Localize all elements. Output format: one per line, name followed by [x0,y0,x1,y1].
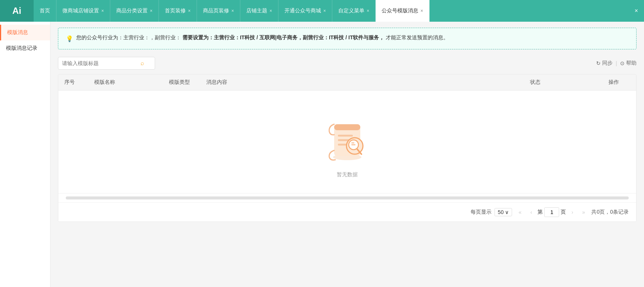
search-bar: ⌕ ↻ 同步 | ⊙ 帮助 [58,57,637,70]
sync-icon: ↻ [596,60,601,66]
search-actions: ↻ 同步 | ⊙ 帮助 [596,60,637,67]
main-content: 💡 您的公众号行业为：主营行业：，副营行业： 需要设置为：主营行业：IT科技 /… [50,22,644,287]
alert-icon: 💡 [66,34,73,44]
nav-tab-template-msg[interactable]: 公众号模版消息 × [376,0,429,22]
col-header-action: 操作 [591,74,636,90]
nav-tab-home[interactable]: 首页 [34,0,56,22]
nav-tab-wechat-shop[interactable]: 微商城店铺设置 × [56,0,110,22]
col-header-name: 模版名称 [88,74,163,90]
page-number-input[interactable] [544,207,559,217]
nav-tab-custom-menu[interactable]: 自定义菜单 × [332,0,376,22]
horizontal-scrollbar[interactable] [66,196,629,199]
sidebar: 模版消息模版消息记录 [0,22,50,287]
nav-tabs: 首页微商城店铺设置 ×商品分类设置 ×首页装修 ×商品页装修 ×店铺主题 ×开通… [34,0,629,22]
empty-illustration [321,113,373,165]
prev-page-button[interactable]: ‹ [526,207,536,217]
table-header: 序号 模版名称 模版类型 消息内容 状态 操作 [58,74,636,91]
nav-tab-product-page[interactable]: 商品页装修 × [197,0,240,22]
svg-rect-2 [334,124,360,130]
search-input[interactable] [62,60,141,66]
close-all-button[interactable]: × [629,0,644,22]
col-header-type: 模版类型 [163,74,200,90]
sidebar-item-template-msg[interactable]: 模版消息 [0,25,50,40]
close-tab-open-mall[interactable]: × [323,8,326,13]
sidebar-item-template-log[interactable]: 模版消息记录 [0,40,50,56]
nav-tab-product-category[interactable]: 商品分类设置 × [110,0,159,22]
alert-banner: 💡 您的公众号行业为：主营行业：，副营行业： 需要设置为：主营行业：IT科技 /… [58,28,637,49]
close-tab-wechat-shop[interactable]: × [101,8,104,13]
col-header-seq: 序号 [58,74,88,90]
page-size-label: 每页显示 [471,209,492,216]
page-nav: « ‹ 第 页 › » [515,207,588,217]
alert-text: 您的公众号行业为：主营行业：，副营行业： 需要设置为：主营行业：IT科技 / 互… [76,33,449,42]
page-suffix: 页 [561,209,566,216]
close-tab-custom-menu[interactable]: × [367,8,369,13]
page-prefix: 第 [537,209,543,216]
top-nav: Ai 首页微商城店铺设置 ×商品分类设置 ×首页装修 ×商品页装修 ×店铺主题 … [0,0,644,22]
data-table: 序号 模版名称 模版类型 消息内容 状态 操作 [58,74,637,222]
nav-tab-home-decor[interactable]: 首页装修 × [159,0,197,22]
scroll-bar-area [58,193,636,202]
col-header-status: 状态 [524,74,591,90]
help-button[interactable]: ⊙ 帮助 [620,60,637,67]
close-tab-shop-theme[interactable]: × [269,8,272,13]
close-tab-product-page[interactable]: × [231,8,234,13]
sync-button[interactable]: ↻ 同步 [596,60,613,67]
chevron-down-icon: ∨ [505,209,509,215]
col-header-content: 消息内容 [200,74,524,90]
close-tab-home-decor[interactable]: × [188,8,191,13]
pagination: 每页显示 50 ∨ « ‹ 第 页 › » 共0页，0条记录 [58,202,636,222]
last-page-button[interactable]: » [579,207,588,217]
page-size-select[interactable]: 50 ∨ [494,208,512,216]
close-tab-product-category[interactable]: × [150,8,152,13]
nav-tab-open-mall[interactable]: 开通公众号商城 × [278,0,332,22]
help-icon: ⊙ [620,60,625,66]
app-logo: Ai [0,0,34,22]
alert-highlight: 需要设置为：主营行业：IT科技 / 互联网|电子商务，副营行业：IT科技 / I… [182,34,385,40]
close-tab-template-msg[interactable]: × [420,8,423,13]
page-total: 共0页，0条记录 [591,209,629,216]
empty-state: 暂无数据 [58,91,636,193]
first-page-button[interactable]: « [515,207,525,217]
svg-rect-3 [338,135,353,137]
divider: | [616,60,617,66]
search-icon[interactable]: ⌕ [141,60,144,67]
search-input-wrap: ⌕ [58,57,155,70]
next-page-button[interactable]: › [567,207,577,217]
nav-tab-shop-theme[interactable]: 店铺主题 × [240,0,278,22]
page-body: 模版消息模版消息记录 💡 您的公众号行业为：主营行业：，副营行业： 需要设置为：… [0,22,644,287]
empty-text: 暂无数据 [337,171,358,178]
